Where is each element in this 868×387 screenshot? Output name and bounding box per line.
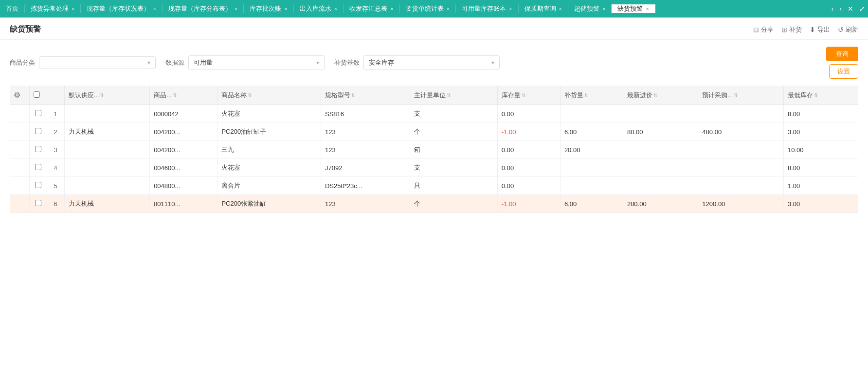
filter-actions: 查询 设置 <box>826 47 858 79</box>
sort-stock-icon: ⇅ <box>522 92 525 98</box>
tab-inventory-status[interactable]: 现存量（库存状况表）× <box>81 4 162 13</box>
row-supplier <box>64 177 150 195</box>
row-checkbox[interactable] <box>35 110 41 116</box>
row-spec: 123 <box>321 123 410 141</box>
row-gear-cell <box>10 123 29 141</box>
row-product-name: PC200张紧油缸 <box>217 195 321 213</box>
refresh-button[interactable]: ↺ 刷新 <box>838 25 858 34</box>
tab-close-inout-flow[interactable]: × <box>334 6 337 12</box>
tab-bar: 首页拣货异常处理×现存量（库存状况表）×现存量（库存分布表）×库存批次账×出入库… <box>0 0 868 18</box>
tab-batch-account[interactable]: 库存批次账× <box>244 4 293 13</box>
tab-close-batch-account[interactable]: × <box>284 6 287 12</box>
tab-receive-summary[interactable]: 收发存汇总表× <box>344 4 399 13</box>
row-estimated-purchase <box>698 105 784 123</box>
tab-close-inventory-status[interactable]: × <box>153 6 156 12</box>
row-replenish-qty: 6.00 <box>560 123 623 141</box>
tab-expand-button[interactable]: ⤢ <box>856 0 868 18</box>
row-checkbox-cell <box>29 195 47 213</box>
row-product-name: 三九 <box>217 141 321 159</box>
tab-inventory-dist[interactable]: 现存量（库存分布表）× <box>163 4 244 13</box>
tab-prev-button[interactable]: ‹ <box>829 0 837 18</box>
row-estimated-purchase <box>698 159 784 177</box>
page-header: 缺货预警 ⊡ 分享 ⊞ 补货 ⬇ 导出 ↺ 刷新 <box>0 18 868 40</box>
row-checkbox-cell <box>29 159 47 177</box>
row-checkbox[interactable] <box>35 128 41 134</box>
tab-demand-stats[interactable]: 要货单统计表× <box>400 4 456 13</box>
tab-close-demand-stats[interactable]: × <box>447 6 450 12</box>
replenish-base-select[interactable]: 安全库存 ▾ <box>363 55 500 70</box>
row-checkbox[interactable] <box>35 146 41 152</box>
table-row: 3004200...三九123箱0.0020.0010.00 <box>10 141 858 159</box>
tab-label-receive-summary: 收发存汇总表 <box>349 4 387 13</box>
datasource-chevron-icon: ▾ <box>316 59 319 66</box>
tab-home[interactable]: 首页 <box>0 4 25 13</box>
tab-label-available-ledger: 可用量库存账本 <box>462 4 506 13</box>
tab-nav-buttons: ‹ › ✕ ⤢ <box>829 0 868 18</box>
filter-row: 商品分类 ▾ 数据源 可用量 ▾ 补货基数 安全库存 ▾ 查询 设置 <box>0 40 868 86</box>
sort-estimated-icon: ⇅ <box>734 92 738 98</box>
row-estimated-purchase: 480.00 <box>698 123 784 141</box>
row-product-name: 离合片 <box>217 177 321 195</box>
row-product-name: 火花塞 <box>217 159 321 177</box>
row-min-stock: 10.00 <box>783 141 858 159</box>
share-icon: ⊡ <box>753 26 759 34</box>
row-number: 2 <box>47 123 64 141</box>
row-product-name: 火花塞 <box>217 105 321 123</box>
tab-label-abnormal: 拣货异常处理 <box>31 4 69 13</box>
export-button[interactable]: ⬇ 导出 <box>810 25 830 34</box>
row-number: 6 <box>47 195 64 213</box>
tab-available-ledger[interactable]: 可用量库存账本× <box>456 4 518 13</box>
tab-close-overstock[interactable]: × <box>602 6 605 12</box>
datasource-select[interactable]: 可用量 ▾ <box>188 55 325 70</box>
row-stock: -1.00 <box>497 123 560 141</box>
tab-label-inventory-dist: 现存量（库存分布表） <box>168 4 232 13</box>
sort-supplier-icon: ⇅ <box>100 92 104 98</box>
datasource-select-value: 可用量 <box>194 58 213 67</box>
tab-close-abnormal[interactable]: × <box>72 6 74 12</box>
row-unit: 箱 <box>410 141 497 159</box>
row-number: 4 <box>47 159 64 177</box>
page-title: 缺货预警 <box>10 24 41 35</box>
table-body: 10000042火花塞SS816支0.008.002力天机械004200...P… <box>10 105 858 213</box>
sort-spec-icon: ⇅ <box>351 92 355 98</box>
settings-button[interactable]: 设置 <box>829 64 858 79</box>
tab-overstock[interactable]: 超储预警× <box>568 4 612 13</box>
datasource-filter-group: 数据源 可用量 ▾ <box>165 55 325 70</box>
share-button[interactable]: ⊡ 分享 <box>753 25 774 34</box>
row-checkbox[interactable] <box>35 164 41 170</box>
row-gear-cell <box>10 141 29 159</box>
sort-minstk-icon: ⇅ <box>814 92 818 98</box>
category-select[interactable]: ▾ <box>39 56 156 69</box>
row-unit: 支 <box>410 105 497 123</box>
tab-shortage[interactable]: 缺货预警× <box>612 4 655 13</box>
replenish-button[interactable]: ⊞ 补货 <box>781 25 802 34</box>
tab-label-inventory-status: 现存量（库存状况表） <box>87 4 150 13</box>
tab-close-receive-summary[interactable]: × <box>390 6 393 12</box>
row-checkbox[interactable] <box>35 200 41 206</box>
row-product-code: 801110... <box>150 195 217 213</box>
row-product-code: 004200... <box>150 123 217 141</box>
tab-inout-flow[interactable]: 出入库流水× <box>294 4 344 13</box>
th-min-stock: 最低库存 ⇅ <box>783 86 858 105</box>
replenish-base-value: 安全库存 <box>369 58 394 67</box>
row-supplier <box>64 159 150 177</box>
tab-abnormal[interactable]: 拣货异常处理× <box>25 4 81 13</box>
gear-icon[interactable]: ⚙ <box>14 91 20 99</box>
tab-close-available-ledger[interactable]: × <box>509 6 512 12</box>
category-filter-group: 商品分类 ▾ <box>10 56 156 69</box>
th-latest-price: 最新进价 ⇅ <box>623 86 698 105</box>
tab-expiry-query[interactable]: 保质期查询× <box>519 4 568 13</box>
tab-close-inventory-dist[interactable]: × <box>235 6 237 12</box>
query-button[interactable]: 查询 <box>826 47 858 61</box>
row-checkbox[interactable] <box>35 182 41 188</box>
tab-close-shortage[interactable]: × <box>646 6 649 12</box>
table-row: 4004600...火花塞J7092支0.008.00 <box>10 159 858 177</box>
th-default-supplier: 默认供应... ⇅ <box>64 86 150 105</box>
tab-close-expiry-query[interactable]: × <box>559 6 562 12</box>
row-spec: DS250*23c... <box>321 177 410 195</box>
th-checkbox <box>29 86 47 105</box>
tab-close-all-button[interactable]: ✕ <box>845 0 856 18</box>
row-estimated-purchase <box>698 177 784 195</box>
select-all-checkbox[interactable] <box>34 91 40 98</box>
tab-next-button[interactable]: › <box>836 0 845 18</box>
